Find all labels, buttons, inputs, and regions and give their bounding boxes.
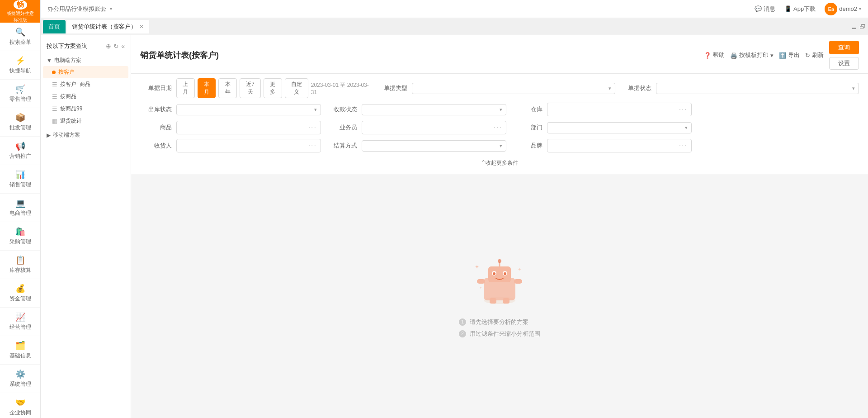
scheme-header: 按以下方案查询 ⊕ ↻ « [43, 40, 128, 52]
sidebar-item-marketing[interactable]: 📢 营销推广 [0, 137, 41, 165]
scheme-panel: 按以下方案查询 ⊕ ↻ « ▼ 电脑端方案 按客户 ☰ 按客 [41, 35, 131, 418]
sidebar-item-label: 经营管理 [2, 323, 38, 331]
sidebar-item-ecommerce[interactable]: 💻 电商管理 [0, 194, 41, 222]
sidebar-item-label: 营销推广 [2, 152, 38, 160]
sidebar-item-quicknav[interactable]: ⚡ 快捷导航 [0, 51, 41, 80]
sidebar-item-finance[interactable]: 💰 资金管理 [0, 279, 41, 308]
header-actions: 💬 消息 📱 App下载 Ea demo2 ▾ [755, 3, 861, 15]
page-title: 销货单统计表(按客户) [140, 50, 219, 61]
receiver-dots: ··· [308, 142, 317, 150]
scheme-item-label: 按商品99 [60, 105, 82, 113]
marketing-icon: 📢 [2, 141, 38, 151]
empty-hint-2: 用过滤条件来缩小分析范围 [459, 328, 540, 340]
svg-point-8 [498, 259, 501, 263]
staff-input[interactable]: ··· [362, 121, 506, 134]
sidebar-item-purchase[interactable]: 🛍️ 采购管理 [0, 222, 41, 251]
message-btn[interactable]: 💬 消息 [755, 5, 775, 13]
message-label: 消息 [764, 5, 775, 13]
refresh-btn[interactable]: ↻ 刷新 [805, 51, 824, 59]
receiver-input[interactable]: ··· [176, 139, 321, 152]
sidebar-item-search[interactable]: 🔍 搜索菜单 [0, 23, 41, 51]
main-area: 办公用品行业模拟账套 ▾ 💬 消息 📱 App下载 Ea demo2 ▾ 首页 … [41, 0, 868, 418]
export-btn[interactable]: ⬆️ 导出 [779, 51, 800, 59]
tab-home[interactable]: 首页 [43, 20, 66, 33]
template-print-btn[interactable]: 🖨️ 按模板打印 ▾ [730, 51, 774, 59]
receipt-status-input[interactable]: ▾ [362, 104, 506, 115]
receipt-status-caret: ▾ [500, 107, 502, 113]
query-button[interactable]: 查询 [829, 41, 859, 54]
date-btn-custom[interactable]: 自定义 [285, 78, 308, 98]
date-btn-last-month[interactable]: 上月 [176, 78, 195, 98]
sidebar-item-system[interactable]: ⚙️ 系统管理 [0, 365, 41, 393]
scheme-refresh-icon[interactable]: ↻ [113, 43, 119, 50]
sidebar-item-label: 采购管理 [2, 238, 38, 246]
empty-illustration: ✦ ✦ ✦ [472, 253, 527, 307]
app-download-btn[interactable]: 📱 App下载 [784, 5, 816, 13]
sidebar-item-inventory[interactable]: 📋 库存核算 [0, 251, 41, 279]
settings-button[interactable]: 设置 [829, 57, 859, 70]
empty-state: ✦ ✦ ✦ 请先选择要分析的方案 用过滤条件来缩小分析范围 [131, 174, 868, 418]
date-btn-more[interactable]: 更多 [264, 78, 282, 98]
app-logo: 畅 畅捷通好生意 标准版 [0, 0, 41, 23]
product-label: 商品 [140, 124, 172, 132]
purchase-icon: 🛍️ [2, 227, 38, 237]
brand-input[interactable]: ··· [547, 139, 692, 152]
scheme-item-icon: ☰ [52, 93, 57, 100]
order-status-input[interactable]: ▾ [656, 83, 859, 94]
user-profile[interactable]: Ea demo2 ▾ [825, 3, 861, 15]
svg-point-5 [493, 272, 495, 275]
operations-icon: 📈 [2, 312, 38, 322]
template-print-arrow: ▾ [770, 52, 774, 59]
date-btn-7days[interactable]: 近7天 [240, 78, 261, 98]
scheme-add-icon[interactable]: ⊕ [106, 43, 111, 50]
scheme-group-label: 移动端方案 [53, 131, 80, 139]
date-btn-this-month[interactable]: 本月 [198, 78, 216, 98]
receiver-label: 收货人 [140, 142, 172, 150]
scheme-collapse-icon[interactable]: « [121, 43, 125, 50]
help-btn[interactable]: ❓ 帮助 [704, 51, 725, 59]
order-type-caret: ▾ [609, 86, 611, 91]
scheme-item-label: 按商品 [60, 93, 76, 100]
order-status-caret: ▾ [852, 86, 855, 91]
scheme-group-desktop-title[interactable]: ▼ 电脑端方案 [43, 55, 128, 66]
brand-label: 品牌 [511, 142, 542, 150]
sidebar-item-wholesale[interactable]: 📦 批发管理 [0, 108, 41, 137]
sidebar-item-operations[interactable]: 📈 经营管理 [0, 308, 41, 336]
retail-icon: 🛒 [2, 84, 38, 94]
sidebar-item-label: 销售管理 [2, 181, 38, 189]
sidebar-item-basic[interactable]: 🗂️ 基础信息 [0, 336, 41, 365]
empty-hint-1: 请先选择要分析的方案 [459, 316, 540, 328]
scheme-item-customer-product[interactable]: ☰ 按客户+商品 [43, 78, 128, 90]
breadcrumb-dropdown-icon[interactable]: ▾ [110, 6, 112, 11]
settlement-input[interactable]: ▾ [362, 140, 506, 152]
order-type-input[interactable]: ▾ [412, 83, 615, 94]
warehouse-input[interactable]: ··· [547, 103, 692, 116]
svg-text:✦: ✦ [518, 267, 521, 272]
quicknav-icon: ⚡ [2, 56, 38, 66]
sidebar-item-label: 库存核算 [2, 266, 38, 274]
sidebar-item-enterprise[interactable]: 🤝 企业协同 [0, 393, 41, 418]
tab-minimize-icon[interactable]: 🗕 [851, 23, 857, 30]
tab-close-btn[interactable]: ✕ [139, 24, 144, 30]
sidebar-item-label: 批发管理 [2, 124, 38, 132]
message-icon: 💬 [755, 5, 762, 12]
warehouse-dots: ··· [679, 105, 688, 114]
svg-text:✦: ✦ [475, 264, 479, 270]
out-status-input[interactable]: ▾ [176, 104, 321, 115]
scheme-item-return-stats[interactable]: ▦ 退货统计 [43, 115, 128, 127]
scheme-item-label: 按客户+商品 [60, 81, 90, 88]
scheme-item-product[interactable]: ☰ 按商品 [43, 90, 128, 103]
product-input[interactable]: ··· [176, 121, 321, 134]
scheme-item-product99[interactable]: ☰ 按商品99 [43, 103, 128, 115]
sidebar-item-sales[interactable]: 📊 销售管理 [0, 165, 41, 194]
sidebar-item-retail[interactable]: 🛒 零售管理 [0, 80, 41, 108]
tab-maximize-icon[interactable]: 🗗 [859, 23, 866, 30]
filter-row-product: 商品 ··· 业务员 ··· 部门 ▾ [140, 121, 859, 134]
scheme-group-mobile-title[interactable]: ▶ 移动端方案 [43, 129, 128, 141]
dept-input[interactable]: ▾ [547, 122, 692, 133]
date-btn-this-year[interactable]: 本年 [218, 78, 237, 98]
scheme-item-bycustomer[interactable]: 按客户 [43, 66, 128, 78]
collapse-row[interactable]: ⌃ 收起更多条件 [140, 157, 859, 169]
page-title-bar: 销货单统计表(按客户) ❓ 帮助 🖨️ 按模板打印 ▾ ⬆️ 导出 [131, 35, 868, 74]
tab-sales-stats[interactable]: 销货单统计表（按客户） ✕ [66, 20, 149, 33]
